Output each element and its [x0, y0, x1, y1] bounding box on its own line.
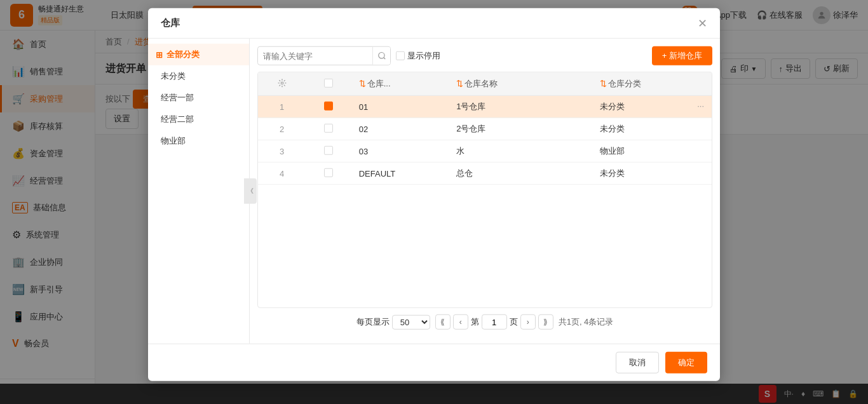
per-page-label: 每页显示: [356, 316, 390, 328]
dialog-header: 仓库 ✕: [148, 8, 720, 39]
category-item-unclassified[interactable]: 未分类: [148, 65, 249, 87]
row-category: 未分类···: [592, 95, 712, 118]
grid-icon: ⊞: [156, 50, 163, 59]
table-row[interactable]: 4 DEFAULT 总仓 未分类: [258, 162, 712, 184]
table-header-row: ⇅仓库... ⇅仓库名称 ⇅仓库分类: [258, 72, 712, 96]
page-unit: 页: [510, 316, 518, 328]
svg-line-3: [383, 57, 385, 59]
collapse-panel-button[interactable]: 《: [244, 178, 257, 204]
dialog-title: 仓库: [161, 17, 180, 29]
row-name: 2号仓库: [449, 118, 592, 140]
row-category: 物业部: [592, 140, 712, 162]
search-button[interactable]: [372, 47, 390, 65]
category-item-property[interactable]: 物业部: [148, 130, 249, 152]
th-code[interactable]: ⇅仓库...: [351, 72, 449, 96]
page-input[interactable]: [482, 314, 507, 330]
row-num: 2: [258, 118, 306, 140]
th-gear[interactable]: [258, 72, 306, 96]
table-toolbar: 显示停用 + 新增仓库: [257, 46, 712, 65]
row-name: 1号仓库: [449, 95, 592, 118]
row-num: 3: [258, 140, 306, 162]
row-code: 01: [351, 95, 449, 118]
category-all-item[interactable]: ⊞ 全部分类: [148, 44, 249, 65]
row-checkbox[interactable]: [306, 162, 351, 184]
table-row[interactable]: 3 03 水 物业部: [258, 140, 712, 162]
table-row[interactable]: 1 01 1号仓库 未分类···: [258, 95, 712, 118]
last-page-button[interactable]: ⟫: [538, 314, 553, 330]
row-num: 1: [258, 95, 306, 118]
category-panel: ⊞ 全部分类 未分类 经营一部 经营二部 物业部 《: [148, 39, 250, 344]
prev-page-button[interactable]: ‹: [453, 314, 468, 330]
svg-point-2: [378, 53, 384, 58]
next-page-button[interactable]: ›: [520, 314, 536, 330]
table-row[interactable]: 2 02 2号仓库 未分类: [258, 118, 712, 140]
row-checkbox[interactable]: [306, 95, 351, 118]
dialog-body: ⊞ 全部分类 未分类 经营一部 经营二部 物业部 《: [148, 39, 720, 344]
warehouse-table: ⇅仓库... ⇅仓库名称 ⇅仓库分类 1 01 1号仓库: [257, 72, 712, 308]
th-category[interactable]: ⇅仓库分类: [592, 72, 712, 96]
svg-point-4: [281, 82, 283, 84]
pagination-bar: 每页显示 50 100 ⟪ ‹ 第 页 › ⟫ 共1页, 4条记录: [257, 308, 712, 336]
search-input-wrap: [257, 46, 391, 65]
page-size-select: 每页显示 50 100: [356, 314, 430, 329]
th-select-all[interactable]: [306, 72, 351, 96]
row-category: 未分类: [592, 118, 712, 140]
sort-icon-cat: ⇅: [600, 79, 607, 88]
row-num: 4: [258, 162, 306, 184]
content-panel: 显示停用 + 新增仓库: [250, 39, 720, 344]
sort-icon: ⇅: [359, 79, 366, 88]
dialog-footer: 取消 确定: [148, 344, 720, 381]
first-page-button[interactable]: ⟪: [435, 314, 451, 330]
confirm-button[interactable]: 确定: [665, 352, 707, 374]
row-actions[interactable]: ···: [697, 101, 704, 111]
row-code: 03: [351, 140, 449, 162]
search-input[interactable]: [258, 51, 372, 60]
per-page-dropdown[interactable]: 50 100: [392, 314, 430, 329]
show-disabled-checkbox[interactable]: [396, 51, 405, 60]
sort-icon-name: ⇅: [456, 79, 463, 88]
th-name[interactable]: ⇅仓库名称: [449, 72, 592, 96]
cancel-button[interactable]: 取消: [616, 352, 659, 374]
page-navigation: ⟪ ‹ 第 页 › ⟫: [435, 314, 553, 330]
category-item-dept1[interactable]: 经营一部: [148, 87, 249, 109]
category-item-dept2[interactable]: 经营二部: [148, 109, 249, 130]
show-disabled-text: 显示停用: [407, 50, 440, 62]
row-code: DEFAULT: [351, 162, 449, 184]
toolbar-left: 显示停用: [257, 46, 440, 65]
dialog-close-button[interactable]: ✕: [698, 17, 707, 29]
add-warehouse-button[interactable]: + 新增仓库: [652, 46, 712, 65]
row-name: 水: [449, 140, 592, 162]
row-category: 未分类: [592, 162, 712, 184]
show-disabled-checkbox-label[interactable]: 显示停用: [396, 50, 440, 62]
row-checkbox[interactable]: [306, 118, 351, 140]
page-label: 第: [471, 316, 479, 328]
row-name: 总仓: [449, 162, 592, 184]
category-all-label: 全部分类: [166, 49, 200, 60]
row-checkbox[interactable]: [306, 140, 351, 162]
total-info: 共1页, 4条记录: [559, 316, 614, 328]
warehouse-dialog: 仓库 ✕ ⊞ 全部分类 未分类 经营一部 经营二部 物业部 《: [148, 8, 720, 381]
row-code: 02: [351, 118, 449, 140]
